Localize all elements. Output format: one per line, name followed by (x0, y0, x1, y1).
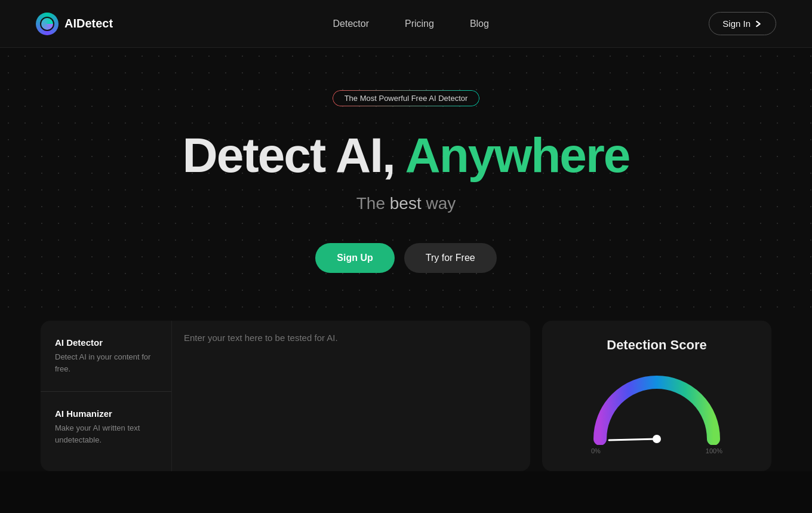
logo-text: AIDetect (64, 17, 113, 30)
gauge-max-label: 100% (706, 447, 722, 454)
svg-line-0 (609, 439, 657, 440)
gauge-chart (591, 373, 722, 445)
svg-point-1 (653, 435, 661, 443)
hero-subtitle: The best way (356, 194, 456, 213)
gauge-svg (591, 373, 722, 445)
hero-badge: The Most Powerful Free AI Detector (332, 90, 481, 107)
logo-icon (36, 13, 59, 35)
detector-card: AI Detector Detect AI in your content fo… (41, 321, 530, 471)
logo-inner-icon (40, 17, 54, 31)
detector-textarea-area (172, 321, 530, 471)
gauge-min-label: 0% (591, 447, 601, 454)
logo[interactable]: AIDetect (36, 13, 113, 35)
sign-in-button[interactable]: Sign In (709, 12, 776, 35)
score-title: Detection Score (607, 337, 707, 353)
nav-detector[interactable]: Detector (333, 19, 369, 29)
chevron-right-icon (754, 20, 762, 28)
hero-title: Detect AI, Anywhere (183, 128, 630, 182)
hero-buttons: Sign Up Try for Free (315, 243, 496, 273)
signup-button[interactable]: Sign Up (315, 243, 394, 273)
sidebar-ai-humanizer[interactable]: AI Humanizer Make your AI written text u… (55, 408, 157, 446)
gauge-labels: 0% 100% (591, 447, 722, 454)
sidebar-divider (41, 391, 171, 392)
score-card: Detection Score (542, 321, 771, 471)
nav-pricing[interactable]: Pricing (405, 19, 434, 29)
bottom-section: AI Detector Detect AI in your content fo… (0, 309, 812, 471)
text-input[interactable] (184, 333, 518, 459)
navbar: AIDetect Detector Pricing Blog Sign In (0, 0, 812, 48)
sidebar-ai-detector[interactable]: AI Detector Detect AI in your content fo… (55, 337, 157, 374)
try-free-button[interactable]: Try for Free (404, 243, 497, 273)
nav-links: Detector Pricing Blog (333, 19, 489, 29)
card-sidebar: AI Detector Detect AI in your content fo… (41, 321, 172, 471)
hero-section: The Most Powerful Free AI Detector Detec… (0, 48, 812, 309)
nav-blog[interactable]: Blog (470, 19, 489, 29)
